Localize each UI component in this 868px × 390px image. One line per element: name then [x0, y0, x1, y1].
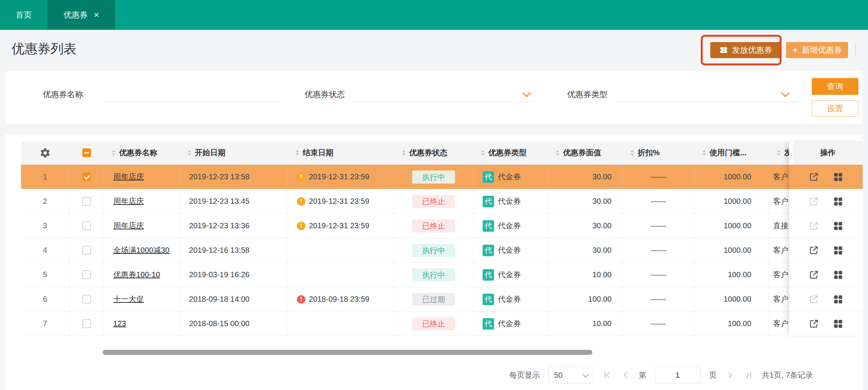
- select-all-checkbox[interactable]: [82, 148, 91, 157]
- end-date-cell: [288, 312, 394, 336]
- distribute-coupon-button[interactable]: 发放优惠券: [710, 42, 781, 58]
- coupon-name-link[interactable]: 周年店庆: [113, 172, 144, 182]
- coupon-name-link[interactable]: 周年店庆: [113, 196, 144, 206]
- settings-button[interactable]: 设置: [812, 100, 858, 117]
- tab-home[interactable]: 首页: [0, 0, 47, 30]
- grid-icon[interactable]: [833, 294, 844, 305]
- header-coupon-type[interactable]: 优惠券类型: [473, 141, 548, 164]
- end-date-cell: 2019-12-31 23:59: [288, 189, 394, 213]
- end-date-warning-icon: [297, 197, 305, 206]
- row-checkbox[interactable]: [82, 319, 91, 328]
- row-actions-cell: [789, 238, 863, 263]
- voucher-type-icon: 代: [483, 171, 494, 183]
- status-badge: 执行中: [412, 268, 455, 281]
- grid-icon[interactable]: [833, 245, 844, 256]
- row-checkbox[interactable]: [82, 270, 91, 279]
- status-badge: 执行中: [412, 244, 455, 257]
- table-row: 4 全场满1000减30 2019-12-16 13:58 执行中 代 代金券 …: [21, 238, 815, 263]
- voucher-type-icon: 代: [483, 196, 494, 207]
- row-checkbox[interactable]: [82, 295, 91, 304]
- face-value-cell: 30.00: [548, 238, 623, 262]
- row-checkbox[interactable]: [82, 246, 91, 255]
- header-threshold[interactable]: 使用门槛...: [695, 141, 769, 164]
- face-value-cell: 30.00: [548, 214, 623, 238]
- coupon-name-link[interactable]: 周年店庆: [113, 221, 144, 231]
- header-coupon-status[interactable]: 优惠券状态: [394, 141, 473, 164]
- next-page-button[interactable]: [725, 370, 735, 380]
- column-settings-header[interactable]: [21, 141, 69, 164]
- prev-page-button[interactable]: [620, 370, 630, 380]
- page-number-input[interactable]: [655, 366, 701, 384]
- close-icon[interactable]: ×: [94, 10, 99, 20]
- voucher-type-icon: 代: [483, 294, 494, 305]
- search-button[interactable]: 查询: [812, 78, 858, 95]
- voucher-type-icon: 代: [483, 220, 494, 232]
- discount-cell: ——: [623, 165, 695, 189]
- share-icon[interactable]: [809, 318, 819, 329]
- sort-icon[interactable]: [777, 150, 781, 156]
- share-icon[interactable]: [809, 245, 819, 255]
- sort-icon[interactable]: [188, 150, 191, 156]
- coupon-name-link[interactable]: 十一大促: [113, 294, 144, 304]
- end-date-text: 2019-12-31 23:59: [309, 172, 369, 181]
- coupon-type-select[interactable]: [614, 86, 797, 102]
- sort-icon[interactable]: [402, 150, 406, 156]
- coupon-name-link[interactable]: 123: [113, 319, 126, 328]
- start-date-cell: 2019-12-23 13:45: [180, 189, 288, 213]
- sort-icon[interactable]: [630, 150, 634, 156]
- share-icon[interactable]: [809, 294, 819, 304]
- threshold-cell: 1000.00: [695, 189, 769, 213]
- table-row: 6 十一大促 2018-09-18 14:00 2018-09-18 23:59…: [21, 287, 815, 312]
- grid-icon[interactable]: [833, 318, 844, 329]
- header-discount[interactable]: 折扣%: [623, 141, 695, 164]
- row-checkbox[interactable]: [82, 172, 91, 181]
- per-page-select[interactable]: 50: [548, 366, 594, 384]
- start-date-cell: 2019-12-23 13:58: [180, 165, 288, 189]
- sort-icon[interactable]: [295, 150, 299, 156]
- first-page-button[interactable]: [602, 370, 612, 380]
- share-icon[interactable]: [809, 221, 819, 231]
- gear-icon[interactable]: [39, 147, 51, 159]
- table-row: 2 周年店庆 2019-12-23 13:45 2019-12-31 23:59…: [21, 189, 815, 214]
- scrollbar-thumb[interactable]: [103, 350, 592, 355]
- row-index: 3: [21, 214, 69, 238]
- start-date-cell: 2019-03-19 16:26: [180, 263, 288, 287]
- end-date-warning-icon: [297, 173, 305, 181]
- grid-icon[interactable]: [833, 196, 844, 207]
- sort-icon[interactable]: [702, 150, 706, 156]
- end-date-text: 2018-09-18 23:59: [309, 295, 369, 304]
- coupon-admin-screen: 首页 优惠券 × 优惠券列表 发放优惠券 + 新增优惠券 优惠券名称 优惠券状态…: [0, 0, 868, 390]
- coupon-status-select[interactable]: [351, 86, 537, 102]
- last-page-button[interactable]: [744, 370, 754, 380]
- row-actions-cell: [789, 287, 863, 312]
- grid-icon[interactable]: [833, 172, 844, 182]
- sort-icon[interactable]: [556, 150, 560, 156]
- sort-icon[interactable]: [112, 150, 116, 156]
- type-label: 代金券: [498, 245, 521, 255]
- table-header-row: 优惠券名称 开始日期 结束日期 优惠券状态 优惠券类型: [21, 141, 815, 165]
- coupon-name-link[interactable]: 优惠券100-10: [113, 270, 160, 280]
- header-end-date[interactable]: 结束日期: [288, 141, 394, 164]
- coupon-name-input[interactable]: [103, 86, 282, 102]
- coupon-type-filter-label: 优惠券类型: [567, 89, 607, 100]
- header-divider: [855, 44, 856, 56]
- share-icon[interactable]: [809, 270, 819, 280]
- coupon-name-link[interactable]: 全场满1000减30: [113, 245, 170, 255]
- grid-icon[interactable]: [833, 221, 844, 231]
- row-checkbox[interactable]: [82, 221, 91, 230]
- share-icon[interactable]: [809, 172, 819, 182]
- share-icon[interactable]: [809, 196, 819, 206]
- grid-icon[interactable]: [833, 270, 844, 280]
- tab-coupon[interactable]: 优惠券 ×: [47, 0, 115, 30]
- header-start-date[interactable]: 开始日期: [180, 141, 288, 164]
- sort-icon[interactable]: [481, 150, 485, 156]
- row-actions-cell: [789, 263, 863, 287]
- add-coupon-button[interactable]: + 新增优惠券: [786, 42, 848, 58]
- row-index: 6: [21, 287, 69, 311]
- page-title: 优惠券列表: [11, 40, 77, 58]
- row-checkbox[interactable]: [82, 197, 91, 206]
- threshold-cell: 1000.00: [695, 165, 769, 189]
- header-coupon-name[interactable]: 优惠券名称: [104, 141, 180, 164]
- header-face-value[interactable]: 优惠券面值: [548, 141, 623, 164]
- threshold-cell: 1000.00: [695, 238, 769, 262]
